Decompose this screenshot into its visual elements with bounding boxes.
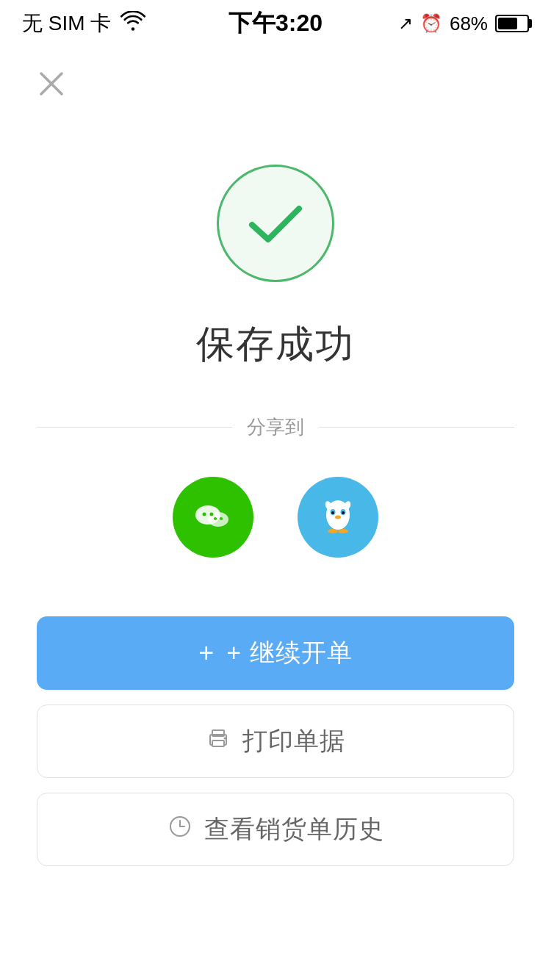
action-buttons: + + 继续开单 打印单据 查看销货单历 <box>37 616 514 866</box>
print-button[interactable]: 打印单据 <box>37 705 514 778</box>
svg-point-4 <box>203 513 206 516</box>
qq-icon <box>315 493 361 541</box>
status-time: 下午3:20 <box>228 7 323 40</box>
share-icons <box>173 477 378 558</box>
status-bar: 无 SIM 卡 下午3:20 ↗ ⏰ 68% <box>0 0 551 47</box>
divider-right <box>319 427 514 428</box>
history-button[interactable]: 查看销货单历史 <box>37 793 514 866</box>
continue-label: + 继续开单 <box>226 636 352 670</box>
wifi-icon <box>120 11 146 37</box>
alarm-icon: ⏰ <box>420 13 442 34</box>
battery-fill <box>498 18 517 29</box>
wechat-share-button[interactable] <box>173 477 253 558</box>
close-button[interactable] <box>29 62 73 106</box>
svg-point-7 <box>220 517 223 520</box>
location-icon: ↗ <box>398 13 413 34</box>
success-title: 保存成功 <box>196 319 355 370</box>
battery-icon <box>495 15 529 32</box>
success-circle <box>217 165 334 282</box>
battery-percent: 68% <box>450 12 488 35</box>
print-label: 打印单据 <box>242 724 345 758</box>
svg-point-16 <box>328 529 338 533</box>
share-divider: 分享到 <box>37 414 514 440</box>
qq-share-button[interactable] <box>298 477 378 558</box>
svg-point-6 <box>214 517 217 520</box>
status-right: ↗ ⏰ 68% <box>398 12 529 35</box>
print-icon <box>206 726 231 757</box>
svg-point-13 <box>335 516 341 519</box>
main-content: 保存成功 分享到 <box>0 120 551 980</box>
svg-rect-20 <box>212 741 224 746</box>
share-label: 分享到 <box>247 414 304 440</box>
carrier-label: 无 SIM 卡 <box>22 10 111 37</box>
svg-point-21 <box>224 738 226 740</box>
history-icon <box>168 814 192 845</box>
status-left: 无 SIM 卡 <box>22 10 146 37</box>
svg-point-11 <box>331 511 334 514</box>
wechat-icon <box>190 494 236 540</box>
continue-button[interactable]: + + 继续开单 <box>37 616 514 690</box>
divider-left <box>37 427 232 428</box>
svg-point-12 <box>342 511 345 514</box>
continue-icon: + <box>198 638 215 669</box>
svg-point-17 <box>338 529 348 533</box>
svg-point-5 <box>210 513 214 516</box>
success-icon-wrap <box>217 165 334 282</box>
history-label: 查看销货单历史 <box>204 813 384 846</box>
checkmark-icon <box>246 201 305 245</box>
